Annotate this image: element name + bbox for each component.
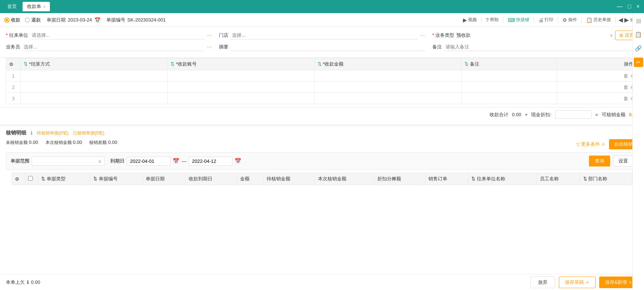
history-action[interactable]: 📋 历史单据 — [585, 16, 612, 24]
staff-more-icon[interactable]: ··· — [207, 44, 212, 50]
bth-discount: 折扣分摊额 — [374, 173, 425, 185]
discount-input[interactable] — [555, 110, 592, 119]
select-all-checkbox[interactable] — [28, 176, 33, 181]
table-row: 1 🗑 ⊕ — [6, 70, 638, 82]
sidebar-scissors-icon[interactable]: ✂ — [634, 58, 643, 67]
footer-info-icon[interactable]: ℹ — [27, 279, 29, 285]
bth-staff-name: 员工名称 — [537, 173, 580, 185]
form-row-1: 往来单位 ··· 门店 ··· 业务类型 预收款 ∨ ⚙ 设置 — [6, 31, 638, 40]
ops-action[interactable]: ⚙ 操作 — [561, 16, 578, 24]
sidebar-link-icon[interactable]: 🔗 — [634, 44, 643, 53]
bth-checkbox[interactable] — [25, 173, 38, 185]
number-value: SK-20230324-001 — [127, 17, 166, 23]
sidebar-doc-icon[interactable]: 📋 — [634, 30, 643, 39]
bth-party-sort[interactable]: ⇅ — [471, 176, 475, 181]
store-more-icon[interactable]: ··· — [420, 32, 425, 39]
radio-receipt[interactable]: 收款 — [4, 17, 20, 23]
stat-pending: 未核销金额 0.00 — [6, 140, 38, 146]
nav-home[interactable]: 首页 — [3, 2, 21, 11]
store-input[interactable] — [231, 31, 418, 39]
print-icon: 🖨 — [538, 17, 543, 23]
cell-amount-3[interactable] — [314, 93, 461, 104]
cell-settlement-2[interactable] — [21, 82, 168, 93]
completed-tab[interactable]: 已核销单据(0笔) — [73, 130, 105, 136]
maximize-btn[interactable]: □ — [626, 3, 633, 11]
range-select-wrapper: ∨ — [32, 157, 105, 166]
due-date-from[interactable] — [127, 157, 170, 166]
minimize-btn[interactable]: — — [615, 3, 624, 11]
filter-dash: — — [182, 158, 186, 164]
cell-amount-1[interactable] — [314, 70, 461, 82]
more-conditions-btn[interactable]: ▽ 更多条件 ∧ — [576, 141, 605, 148]
business-type-arrow[interactable]: ∨ — [610, 33, 613, 38]
sidebar-table-icon[interactable]: ▤ — [634, 16, 643, 26]
date-value: 2023-03-24 — [68, 17, 92, 23]
cal-from-btn[interactable]: 📅 — [173, 158, 180, 164]
row-num-1: 1 — [6, 70, 21, 82]
delete-icon-2[interactable]: 🗑 — [623, 84, 628, 90]
prev-layout-icon[interactable]: ◀ — [619, 16, 623, 23]
divider1 — [481, 17, 482, 23]
business-type-field: 业务类型 预收款 ∨ ⚙ 设置 — [432, 31, 638, 40]
cell-settlement-3[interactable] — [21, 93, 168, 104]
bth-type-sort[interactable]: ⇅ — [41, 176, 45, 181]
remark-input[interactable] — [444, 43, 638, 51]
summary-row: 收款合计 0.00 + 现金折扣: = 可核销金额 0.00 — [0, 107, 644, 122]
range-select[interactable] — [32, 157, 105, 166]
th-gear[interactable]: ⚙ — [6, 58, 21, 70]
settings-icon: ⚙ — [619, 33, 624, 38]
bth-number-sort[interactable]: ⇅ — [93, 176, 97, 181]
bth-gear[interactable]: ⚙ — [12, 173, 25, 185]
counterparty-more-icon[interactable]: ··· — [207, 32, 212, 39]
radio-refund-label: 退款 — [31, 17, 41, 23]
divider6 — [615, 17, 616, 23]
date-label: 单据日期 — [47, 17, 66, 23]
footer-left: 本单上欠 ℹ 0.00 — [6, 279, 40, 286]
cell-remark-2[interactable] — [461, 82, 557, 93]
nav-tab-receipts[interactable]: 收款单 × — [23, 2, 50, 11]
due-date-to[interactable] — [189, 157, 232, 166]
top-nav: 首页 收款单 × — □ × — [0, 0, 644, 13]
pending-tab[interactable]: 待核销单据(0笔) — [37, 130, 68, 136]
calendar-icon[interactable]: 📅 — [94, 17, 101, 23]
bth-dept-sort[interactable]: ⇅ — [583, 176, 587, 181]
counterparty-input[interactable] — [30, 31, 205, 39]
staff-input[interactable] — [22, 43, 205, 51]
delete-icon-1[interactable]: 🗑 — [623, 73, 628, 79]
nav-tab-close[interactable]: × — [43, 4, 46, 9]
verification-table: ⚙ ⇅ 单据类型 ⇅ 单据编号 单据日期 收款到期日 金额 待核销金额 本次核销… — [12, 173, 632, 185]
abandon-btn[interactable]: 放弃 — [530, 277, 555, 288]
help-action[interactable]: ? 帮助 — [484, 16, 500, 24]
video-icon: ▶ — [463, 17, 467, 23]
equals-label: = — [595, 112, 598, 117]
print-action[interactable]: 🖨 打印 — [537, 16, 555, 24]
th-account: ⇅ *收款账号 — [168, 58, 314, 70]
cell-account-3[interactable] — [168, 93, 314, 104]
veri-info-icon[interactable]: ℹ — [31, 130, 32, 136]
next-layout-icon[interactable]: ▶ — [624, 16, 629, 23]
save-draft-btn[interactable]: 保存草稿 ∧ — [559, 277, 596, 288]
filter-settings-btn[interactable]: 设置 — [613, 156, 633, 166]
cell-amount-2[interactable] — [314, 82, 461, 93]
gear-icon: ⚙ — [9, 62, 13, 67]
close-btn[interactable]: × — [635, 3, 641, 11]
shortcut-action[interactable]: ⌨ 快捷键 — [506, 16, 531, 24]
shortcut-icon: ⌨ — [508, 17, 515, 23]
store-field: 门店 ··· — [219, 31, 425, 39]
cal-to-btn[interactable]: 📅 — [235, 158, 242, 164]
summary-input[interactable] — [231, 43, 425, 51]
cell-account-2[interactable] — [168, 82, 314, 93]
delete-icon-3[interactable]: 🗑 — [623, 95, 628, 101]
bottom-table-section: ⚙ ⇅ 单据类型 ⇅ 单据编号 单据日期 收款到期日 金额 待核销金额 本次核销… — [6, 173, 638, 270]
cell-account-1[interactable] — [168, 70, 314, 82]
stat-diff: 核销差额 0.00 — [89, 140, 117, 146]
video-action[interactable]: ▶ 视频 — [462, 16, 478, 24]
cell-remark-3[interactable] — [461, 93, 557, 104]
cell-remark-1[interactable] — [461, 70, 557, 82]
th-amount: ⇅ *收款金额 — [314, 58, 461, 70]
summary-label: 摘要 — [219, 44, 228, 50]
radio-refund[interactable]: 退款 — [25, 17, 41, 23]
total-value: 0.00 — [512, 112, 521, 117]
cell-settlement-1[interactable] — [21, 70, 168, 82]
query-btn[interactable]: 查询 — [589, 156, 610, 166]
